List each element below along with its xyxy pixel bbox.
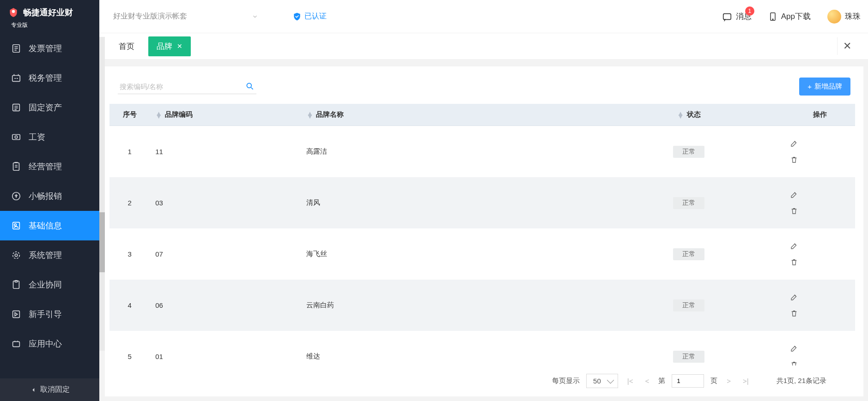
cell-ops bbox=[784, 177, 855, 228]
sidebar-item-basic[interactable]: 基础信息 bbox=[0, 211, 99, 240]
user-menu[interactable]: 珠珠 bbox=[827, 10, 861, 24]
status-badge: 正常 bbox=[673, 248, 704, 260]
close-icon[interactable]: ✕ bbox=[177, 42, 182, 50]
svg-point-9 bbox=[13, 252, 20, 259]
brand-table: 序号 ▲▼品牌编码 ▲▼品牌名称 ▲▼状态 操作 111高露洁正常203清风正常… bbox=[109, 104, 855, 365]
sidebar-item-label: 企业协同 bbox=[29, 279, 62, 290]
sidebar-item-salary[interactable]: 工资 bbox=[0, 122, 99, 152]
edit-icon[interactable] bbox=[790, 242, 850, 250]
nav: 发票管理 税务管理 固定资产 工资 经营管理 小畅报销 bbox=[0, 34, 99, 378]
close-all-tabs-button[interactable]: ✕ bbox=[837, 37, 857, 55]
shield-icon bbox=[292, 12, 302, 21]
verified-badge[interactable]: 已认证 bbox=[292, 12, 327, 21]
cell-name: 高露洁 bbox=[301, 126, 593, 178]
th-label: 品牌名称 bbox=[316, 110, 344, 118]
basic-icon bbox=[11, 221, 21, 231]
sidebar-item-invoice[interactable]: 发票管理 bbox=[0, 34, 99, 63]
sidebar-item-operation[interactable]: 经营管理 bbox=[0, 152, 99, 181]
th-code[interactable]: ▲▼品牌编码 bbox=[150, 104, 301, 126]
brand-name: 畅捷通好业财 bbox=[23, 7, 73, 18]
delete-icon[interactable] bbox=[790, 309, 850, 317]
page-input[interactable] bbox=[672, 374, 704, 388]
table-row[interactable]: 203清风正常 bbox=[109, 177, 855, 228]
status-badge: 正常 bbox=[673, 351, 704, 363]
invoice-icon bbox=[11, 43, 21, 54]
page-next-button[interactable]: > bbox=[724, 375, 734, 387]
page-first-button[interactable]: |< bbox=[625, 375, 636, 387]
tab-label: 品牌 bbox=[157, 41, 172, 52]
page-suffix: 页 bbox=[710, 377, 717, 385]
tab-brand[interactable]: 品牌 ✕ bbox=[148, 36, 191, 56]
sidebar-item-expense[interactable]: 小畅报销 bbox=[0, 181, 99, 211]
sidebar-item-apps[interactable]: 应用中心 bbox=[0, 329, 99, 359]
svg-rect-13 bbox=[13, 311, 20, 318]
sidebar-item-label: 系统管理 bbox=[29, 250, 62, 261]
cell-code: 11 bbox=[150, 126, 301, 178]
delete-icon[interactable] bbox=[790, 207, 850, 215]
cell-code: 07 bbox=[150, 228, 301, 280]
toolbar: + 新增品牌 bbox=[105, 74, 863, 104]
delete-icon[interactable] bbox=[790, 156, 850, 164]
cell-status: 正常 bbox=[593, 331, 784, 365]
edit-icon[interactable] bbox=[790, 139, 850, 148]
table-wrap[interactable]: 序号 ▲▼品牌编码 ▲▼品牌名称 ▲▼状态 操作 111高露洁正常203清风正常… bbox=[105, 104, 863, 365]
system-icon bbox=[11, 250, 21, 260]
content: + 新增品牌 序号 ▲▼品牌编码 ▲▼品牌名称 ▲▼状态 操作 bbox=[99, 59, 868, 401]
svg-rect-3 bbox=[12, 135, 20, 140]
search-input[interactable] bbox=[120, 83, 242, 90]
cell-index: 2 bbox=[109, 177, 150, 228]
status-badge: 正常 bbox=[673, 197, 704, 209]
asset-icon bbox=[11, 102, 21, 113]
sidebar-item-collab[interactable]: 企业协同 bbox=[0, 270, 99, 299]
user-name: 珠珠 bbox=[845, 11, 861, 22]
sidebar-item-guide[interactable]: 新手引导 bbox=[0, 299, 99, 329]
sidebar-scrollbar[interactable] bbox=[99, 37, 105, 351]
apps-icon bbox=[11, 339, 21, 349]
account-name: 好业财专业版演示帐套 bbox=[113, 12, 187, 21]
brand-edition: 专业版 bbox=[0, 21, 99, 34]
table-header-row: 序号 ▲▼品牌编码 ▲▼品牌名称 ▲▼状态 操作 bbox=[109, 104, 855, 126]
sidebar-item-system[interactable]: 系统管理 bbox=[0, 240, 99, 270]
edit-icon[interactable] bbox=[790, 191, 850, 199]
plus-icon: + bbox=[807, 83, 812, 90]
sidebar-item-tax[interactable]: 税务管理 bbox=[0, 63, 99, 93]
table-row[interactable]: 406云南白药正常 bbox=[109, 280, 855, 331]
page-summary: 共1页, 21条记录 bbox=[777, 377, 826, 385]
sidebar-item-label: 小畅报销 bbox=[29, 191, 62, 202]
cell-status: 正常 bbox=[593, 228, 784, 280]
table-row[interactable]: 111高露洁正常 bbox=[109, 126, 855, 178]
table-row[interactable]: 307海飞丝正常 bbox=[109, 228, 855, 280]
messages-link[interactable]: 消息 1 bbox=[722, 11, 752, 22]
operation-icon bbox=[11, 162, 21, 172]
th-name[interactable]: ▲▼品牌名称 bbox=[301, 104, 593, 126]
page-prev-button[interactable]: < bbox=[642, 375, 652, 387]
delete-icon[interactable] bbox=[790, 360, 850, 365]
app-download-link[interactable]: App下载 bbox=[768, 11, 811, 22]
edit-icon[interactable] bbox=[790, 293, 850, 301]
per-page-select[interactable]: 50 bbox=[586, 374, 618, 388]
svg-point-18 bbox=[247, 83, 251, 88]
tab-home[interactable]: 首页 bbox=[110, 36, 143, 56]
page-prefix: 第 bbox=[658, 377, 665, 385]
cell-ops bbox=[784, 280, 855, 331]
cell-status: 正常 bbox=[593, 177, 784, 228]
cell-status: 正常 bbox=[593, 280, 784, 331]
sidebar-item-label: 应用中心 bbox=[29, 338, 62, 349]
main: 好业财专业版演示帐套 已认证 消息 1 App下载 珠 bbox=[99, 0, 868, 401]
account-selector[interactable]: 好业财专业版演示帐套 bbox=[107, 8, 265, 25]
cell-status: 正常 bbox=[593, 126, 784, 178]
sidebar-item-asset[interactable]: 固定资产 bbox=[0, 93, 99, 122]
add-brand-button[interactable]: + 新增品牌 bbox=[799, 78, 850, 96]
th-status[interactable]: ▲▼状态 bbox=[593, 104, 784, 126]
top-right: 消息 1 App下载 珠珠 bbox=[722, 10, 861, 24]
unpin-button[interactable]: 取消固定 bbox=[0, 378, 99, 401]
edit-icon[interactable] bbox=[790, 344, 850, 353]
delete-icon[interactable] bbox=[790, 258, 850, 266]
page-last-button[interactable]: >| bbox=[740, 375, 752, 387]
th-label: 操作 bbox=[813, 110, 827, 118]
svg-rect-14 bbox=[13, 341, 20, 347]
per-page-label: 每页显示 bbox=[552, 377, 580, 385]
table-row[interactable]: 501维达正常 bbox=[109, 331, 855, 365]
salary-icon bbox=[11, 132, 21, 142]
search-icon[interactable] bbox=[245, 82, 255, 91]
